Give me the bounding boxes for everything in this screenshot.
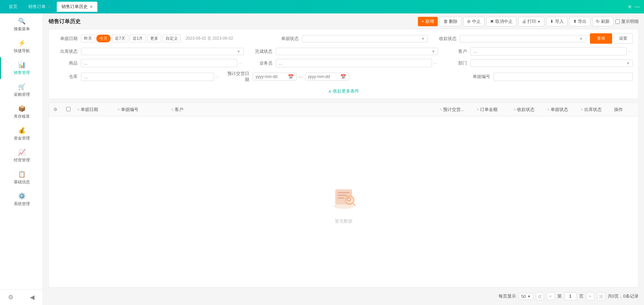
dept-select[interactable]: ▼ — [470, 60, 633, 67]
sidebar-item-purchase[interactable]: 🛒 采购管理 — [0, 79, 43, 101]
page-size-arrow: ▼ — [527, 295, 531, 298]
sort-customer-icon[interactable]: ⇅ — [171, 108, 174, 111]
trend-icon: 📈 — [18, 149, 26, 156]
import-button[interactable]: ⬇ 导入 — [546, 17, 567, 26]
column-settings-btn[interactable]: ⚙ — [49, 107, 62, 112]
clipboard-icon: 📋 — [18, 170, 26, 178]
print-button[interactable]: 🖨 打印 ▼ — [518, 17, 545, 26]
page-title: 销售订单历史 — [48, 18, 418, 25]
minimize-icon[interactable]: — — [635, 4, 640, 10]
salesman-input[interactable] — [276, 59, 432, 67]
table-area: ⚙ ⇅ 单据日期 ⇅ 单据编号 ⇅ 客户 ⇅ 预计交货. — [48, 103, 639, 288]
select-all-checkbox[interactable] — [66, 107, 71, 111]
last-page-btn[interactable]: ⟩⟩ — [597, 292, 605, 300]
sidebar-item-basic-info[interactable]: 📋 基础信息 — [0, 166, 43, 188]
receipt-status-select[interactable]: ▼ — [460, 35, 586, 42]
expected-date-label: 预计交货日期 — [226, 71, 253, 83]
svg-line-7 — [353, 203, 355, 205]
salesman-label: 业务员 — [249, 60, 276, 66]
content-area: 销售订单历史 + 新增 🗑 删除 ⊘ 中止 ✖ 取消中止 🖨 打印 ▼ — [43, 13, 644, 305]
add-button[interactable]: + 新增 — [418, 17, 438, 26]
sidebar-item-operations[interactable]: 📈 经营管理 — [0, 145, 43, 166]
sort-delivery-icon[interactable]: ⇅ — [439, 108, 442, 111]
sidebar-item-sales[interactable]: 📊 销售管理 — [0, 57, 43, 79]
pagination-bar: 每页显示 50 ▼ ⟨⟨ ＜ 第 页 ＞ ⟩⟩ 共0页，0条记录 — [48, 290, 639, 303]
customer-label: 客户 — [443, 48, 470, 54]
th-outstatus: ⇅ 出库状态 — [578, 107, 611, 113]
sidebar-item-quicknav[interactable]: ⚡ 快捷导航 — [0, 35, 43, 57]
sidebar-item-system[interactable]: ⚙️ 系统管理 — [0, 188, 43, 210]
table-header: ⚙ ⇅ 单据日期 ⇅ 单据编号 ⇅ 客户 ⇅ 预计交货. — [49, 103, 638, 116]
sort-docno-icon[interactable]: ⇅ — [117, 108, 120, 111]
tab-home[interactable]: 首页 — [4, 2, 22, 12]
th-docstatus: ⇅ 单据状态 — [544, 107, 578, 113]
th-receiptstatus: ⇅ 收款状态 — [511, 107, 544, 113]
expected-date-to[interactable] — [308, 74, 338, 79]
sidebar-item-search[interactable]: 🔍 搜索菜单 — [0, 13, 43, 35]
goods-dots[interactable]: ··· — [237, 61, 244, 66]
tab-sales-order-history[interactable]: 销售订单历史 ✕ — [57, 2, 97, 12]
calendar-to-icon[interactable]: 📅 — [340, 74, 346, 79]
filter-row-4: 仓库 ··· 预计交货日期 📅 — 📅 单 — [54, 71, 633, 83]
date-custom-btn[interactable]: 自定义 — [163, 35, 181, 42]
close-icon[interactable]: ✕ — [90, 5, 93, 9]
expected-date-from-group: 📅 — [253, 73, 297, 81]
warehouse-input[interactable] — [81, 73, 214, 81]
cancel-stop-button[interactable]: ✖ 取消中止 — [486, 17, 516, 26]
display-columns-checkbox[interactable]: 显示明细 — [615, 18, 639, 25]
th-customer: ⇅ 客户 — [168, 107, 437, 113]
stop-button[interactable]: ⊘ 中止 — [463, 17, 484, 26]
date-more-btn[interactable]: 更多 — [147, 35, 161, 42]
goods-input[interactable] — [81, 59, 237, 67]
receipt-status-label: 收款状态 — [433, 36, 460, 42]
th-delivery: ⇅ 预计交货... — [437, 107, 474, 113]
sort-outstatus-icon[interactable]: ⇅ — [581, 108, 583, 111]
bill-status-select[interactable]: ▼ — [302, 35, 428, 42]
sort-receipt-icon[interactable]: ⇅ — [513, 108, 516, 111]
close-window-icon[interactable]: ✕ — [628, 4, 632, 10]
date-yesterday-btn[interactable]: 昨天 — [81, 35, 95, 42]
salesman-dots[interactable]: ··· — [432, 61, 438, 66]
customer-dots[interactable]: ··· — [627, 49, 633, 54]
delete-button[interactable]: 🗑 删除 — [440, 17, 462, 26]
collapse-arrow-icon: ∧ — [328, 89, 332, 94]
close-icon[interactable]: ✕ — [48, 5, 51, 9]
sort-amount-icon[interactable]: ⇅ — [476, 108, 479, 111]
settings-bottom-icon[interactable]: ⚙ — [8, 294, 13, 301]
calendar-from-icon[interactable]: 📅 — [288, 74, 294, 79]
date-today-btn[interactable]: 今天 — [96, 35, 111, 42]
date-7days-btn[interactable]: 近7天 — [112, 35, 128, 42]
export-button[interactable]: ⬆ 导出 — [569, 17, 591, 26]
complete-status-label: 完成状态 — [249, 48, 276, 54]
date-control: 昨天 今天 近7天 近1月 更多 自定义 2023-06-02 至 2023-0… — [81, 35, 270, 42]
customer-input[interactable] — [470, 47, 627, 55]
refresh-button[interactable]: ↻ 刷新 — [592, 17, 613, 26]
display-columns-input[interactable] — [615, 20, 620, 24]
sort-docstatus-icon[interactable]: ⇅ — [547, 108, 550, 111]
prev-page-btn[interactable]: ＜ — [547, 292, 555, 300]
expected-date-to-group: 📅 — [305, 73, 349, 81]
next-page-btn[interactable]: ＞ — [586, 292, 594, 300]
tab-sales-order[interactable]: 销售订单 ✕ — [24, 2, 55, 12]
sort-date-icon[interactable]: ⇅ — [77, 108, 80, 111]
money-icon: 💰 — [18, 127, 26, 134]
sidebar-item-finance[interactable]: 💰 资金管理 — [0, 123, 43, 145]
search-button[interactable]: 查询 — [590, 33, 612, 44]
sidebar-item-inventory[interactable]: 📦 库存核算 — [0, 101, 43, 123]
first-page-btn[interactable]: ⟨⟨ — [536, 292, 544, 300]
page-number-input[interactable] — [564, 292, 576, 300]
warehouse-dots[interactable]: ··· — [214, 74, 220, 79]
empty-illustration — [327, 179, 360, 213]
out-status-select[interactable]: ▼ — [81, 48, 244, 55]
header-checkbox[interactable] — [62, 107, 74, 112]
page-size-select[interactable]: 50 ▼ — [519, 293, 533, 300]
docno-input[interactable] — [493, 73, 633, 81]
collapse-sidebar-icon[interactable]: ◀ — [30, 294, 35, 301]
date-1month-btn[interactable]: 近1月 — [130, 35, 146, 42]
complete-status-select[interactable]: ▼ — [276, 48, 438, 55]
expected-date-from[interactable] — [256, 74, 286, 79]
collapse-row[interactable]: ∧ 收起更多条件 — [54, 86, 633, 95]
chart-icon: 📊 — [18, 61, 26, 69]
date-range-text: 2023-06-02 至 2023-06-02 — [185, 36, 233, 41]
settings-filter-button[interactable]: 设置 — [613, 33, 633, 44]
